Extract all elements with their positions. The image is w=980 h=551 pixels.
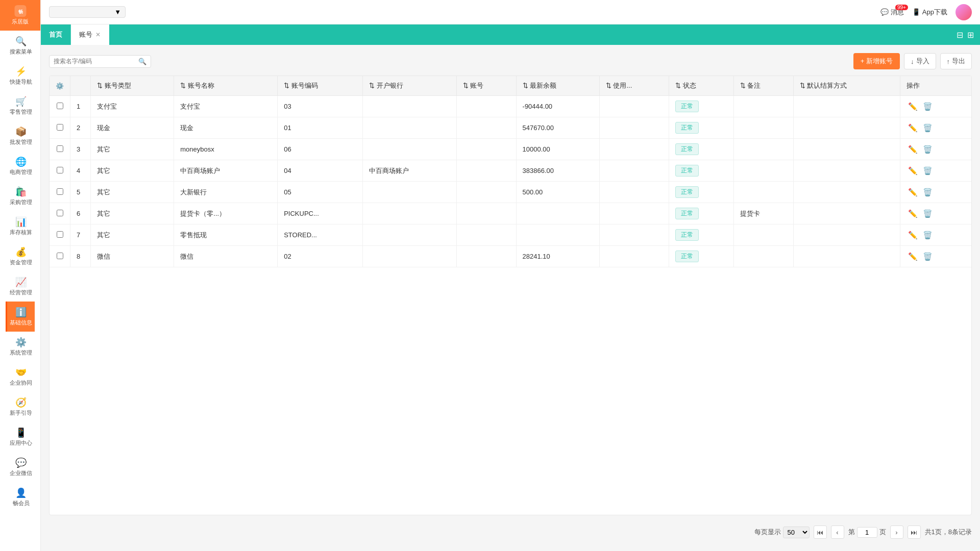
tab-account-close[interactable]: ✕: [95, 31, 101, 38]
table-search-input[interactable]: [54, 58, 136, 65]
sidebar-item-retail-mgmt[interactable]: 🛒零售管理: [6, 91, 35, 121]
tab-account[interactable]: 账号 ✕: [71, 24, 109, 45]
row-checkbox-6[interactable]: [57, 231, 63, 238]
import-label: 导入: [916, 57, 929, 66]
sidebar-item-member[interactable]: 👤畅会员: [6, 482, 35, 512]
page-next-btn[interactable]: ›: [890, 525, 903, 539]
topbar-search[interactable]: ▼: [49, 6, 126, 18]
col-code-label: ⇅ 账号编码: [284, 82, 318, 89]
cell-balance-2: 10000.00: [516, 139, 599, 160]
sidebar-item-app-center[interactable]: 📱应用中心: [6, 422, 35, 452]
row-checkbox-2[interactable]: [57, 145, 63, 152]
delete-icon-0[interactable]: 🗑️: [923, 102, 933, 111]
topbar-search-input[interactable]: [54, 9, 112, 16]
cell-bank-3: 中百商场账户: [363, 160, 457, 182]
col-notes-label: ⇅ 备注: [740, 82, 761, 89]
edit-icon-7[interactable]: ✏️: [908, 252, 918, 261]
delete-icon-2[interactable]: 🗑️: [923, 145, 933, 154]
edit-icon-2[interactable]: ✏️: [908, 145, 918, 154]
col-num: [70, 76, 91, 96]
cell-balance-7: 28241.10: [516, 246, 599, 267]
edit-icon-6[interactable]: ✏️: [908, 231, 918, 239]
row-checkbox-0[interactable]: [57, 103, 63, 109]
edit-icon-1[interactable]: ✏️: [908, 123, 918, 132]
row-checkbox-4[interactable]: [57, 188, 63, 195]
page-prev-btn[interactable]: ‹: [831, 525, 844, 539]
user-avatar[interactable]: [955, 4, 972, 20]
sidebar-label-wholesale-mgmt: 批发管理: [10, 138, 32, 146]
delete-icon-1[interactable]: 🗑️: [923, 123, 933, 132]
table-search-icon[interactable]: 🔍: [138, 58, 146, 65]
cell-account-3: [456, 160, 516, 182]
cell-default-settle-5: [793, 203, 900, 224]
col-type-label: ⇅ 账号类型: [97, 82, 131, 89]
col-status-label: ⇅ 状态: [675, 82, 696, 89]
tab-maximize-icon[interactable]: ⊞: [967, 30, 974, 40]
delete-icon-6[interactable]: 🗑️: [923, 231, 933, 239]
sidebar-item-corp-agreement[interactable]: 🤝企业协同: [6, 362, 35, 392]
page-last-btn[interactable]: ⏭: [908, 525, 921, 539]
sidebar-item-ecommerce[interactable]: 🌐电商管理: [6, 151, 35, 181]
topbar-right: 💬 消息 99+ 📱 App下载: [880, 4, 972, 20]
sidebar-item-inventory[interactable]: 📊库存核算: [6, 211, 35, 241]
tab-home[interactable]: 首页: [41, 24, 71, 45]
cell-bank-6: [363, 224, 457, 246]
topbar: ▼ 💬 消息 99+ 📱 App下载: [41, 0, 980, 24]
sidebar-item-corp-wechat[interactable]: 💬企业微信: [6, 452, 35, 482]
cell-default-settle-1: [793, 117, 900, 139]
app-download-button[interactable]: 📱 App下载: [912, 8, 947, 17]
col-usage-label: ⇅ 使用...: [606, 82, 632, 89]
sidebar-item-new-guide[interactable]: 🧭新手引导: [6, 392, 35, 422]
delete-icon-3[interactable]: 🗑️: [923, 166, 933, 175]
tab-minimize-icon[interactable]: ⊟: [957, 30, 963, 40]
sidebar-item-basic-info[interactable]: ℹ️基础信息: [6, 302, 35, 332]
sidebar-item-finance[interactable]: 💰资金管理: [6, 241, 35, 271]
cell-usage-7: [599, 246, 669, 267]
cell-account-5: [456, 203, 516, 224]
cell-usage-1: [599, 117, 669, 139]
per-page-wrap: 每页显示 50 20 100: [754, 527, 810, 538]
message-button[interactable]: 💬 消息 99+: [880, 8, 904, 17]
cell-account-6: [456, 224, 516, 246]
sidebar-item-purchase-mgmt[interactable]: 🛍️采购管理: [6, 181, 35, 211]
table-row: 5 其它 大新银行 05 500.00 正常 ✏️ 🗑️: [50, 182, 971, 203]
table-row: 6 其它 提货卡（零...） PICKUPC... 正常 提货卡 ✏️ 🗑️: [50, 203, 971, 224]
cell-balance-5: [516, 203, 599, 224]
cell-usage-6: [599, 224, 669, 246]
add-account-button[interactable]: + 新增账号: [853, 53, 900, 69]
cell-type-1: 现金: [91, 117, 174, 139]
row-checkbox-7[interactable]: [57, 253, 63, 259]
sidebar-item-quick-nav[interactable]: ⚡快捷导航: [6, 61, 35, 91]
row-checkbox-1[interactable]: [57, 124, 63, 131]
per-page-select[interactable]: 50 20 100: [783, 527, 810, 538]
edit-icon-4[interactable]: ✏️: [908, 188, 918, 196]
import-button[interactable]: ↓ 导入: [904, 53, 936, 69]
sidebar-label-quick-nav: 快捷导航: [10, 78, 32, 86]
sidebar-item-ops-mgmt[interactable]: 📈经营管理: [6, 271, 35, 302]
page-number-input[interactable]: [857, 527, 877, 538]
edit-icon-3[interactable]: ✏️: [908, 166, 918, 175]
delete-icon-5[interactable]: 🗑️: [923, 209, 933, 218]
cell-bank-1: [363, 117, 457, 139]
export-button[interactable]: ↑ 导出: [940, 53, 972, 69]
page-input-wrap: 第 页: [848, 527, 886, 538]
page-first-btn[interactable]: ⏮: [814, 525, 827, 539]
row-checkbox-5[interactable]: [57, 210, 63, 216]
cell-num-0: 1: [70, 96, 91, 117]
row-checkbox-3[interactable]: [57, 167, 63, 173]
sidebar-item-search-menu[interactable]: 🔍搜索菜单: [6, 31, 35, 61]
table-search-wrap[interactable]: 🔍: [49, 55, 151, 68]
delete-icon-7[interactable]: 🗑️: [923, 252, 933, 261]
sidebar-icon-finance: 💰: [15, 246, 27, 258]
sidebar-item-sys-mgmt[interactable]: ⚙️系统管理: [6, 332, 35, 362]
table-row: 4 其它 中百商场账户 04 中百商场账户 383866.00 正常 ✏️ 🗑️: [50, 160, 971, 182]
sidebar-item-wholesale-mgmt[interactable]: 📦批发管理: [6, 121, 35, 151]
settings-icon[interactable]: ⚙️: [56, 82, 64, 90]
edit-icon-5[interactable]: ✏️: [908, 209, 918, 218]
cell-default-settle-3: [793, 160, 900, 182]
cell-name-2: moneybosx: [174, 139, 278, 160]
edit-icon-0[interactable]: ✏️: [908, 102, 918, 111]
sidebar-label-purchase-mgmt: 采购管理: [10, 198, 32, 206]
cell-checkbox-7: [50, 246, 70, 267]
delete-icon-4[interactable]: 🗑️: [923, 188, 933, 196]
